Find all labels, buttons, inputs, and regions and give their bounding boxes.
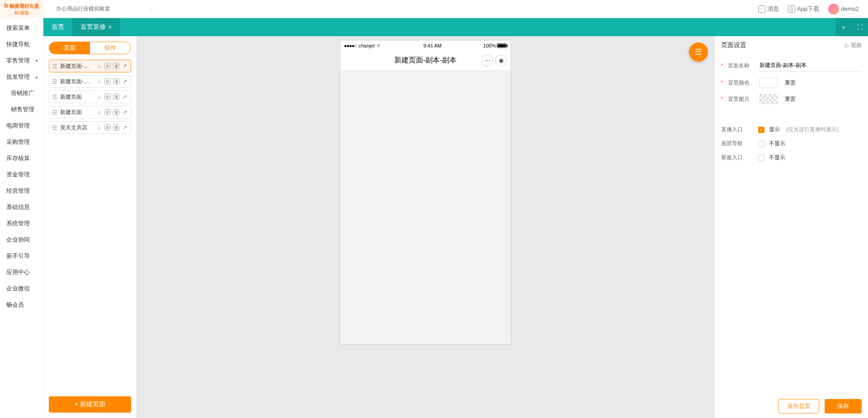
- delete-icon[interactable]: 🗑: [113, 63, 119, 69]
- sidebar-item-collab[interactable]: 企业协同: [0, 232, 43, 248]
- share-icon[interactable]: ↗: [122, 78, 128, 85]
- home-icon[interactable]: ⌂: [96, 94, 102, 100]
- account-selector[interactable]: 办公用品行业模拟账套 ⌵: [52, 3, 156, 15]
- page-row[interactable]: ☰ 新建页面 ⌂⊞🗑↗: [49, 90, 131, 103]
- capsule-more-icon[interactable]: ⋯: [481, 55, 493, 66]
- drag-icon[interactable]: ☰: [52, 94, 57, 100]
- label-bg-image: 背景图片: [728, 95, 755, 103]
- phone-titlebar: 新建页面-副本-副本 ⋯ ◉: [340, 51, 510, 71]
- page-name: 新建页面: [60, 109, 93, 116]
- drag-icon[interactable]: ☰: [52, 124, 57, 131]
- home-icon[interactable]: ⌂: [96, 109, 102, 115]
- app-download-link[interactable]: ▯ App下载: [788, 5, 819, 13]
- reset-bg-image[interactable]: 重置: [785, 95, 796, 103]
- sidebar-sub-sales[interactable]: 销售管理: [0, 101, 43, 118]
- seg-page[interactable]: 页面: [49, 42, 90, 54]
- sidebar-item-inventory[interactable]: 库存核算: [0, 150, 43, 166]
- share-icon[interactable]: ↗: [122, 109, 128, 115]
- page-row[interactable]: ☰ 新建页面-副本 ⌂⊞🗑↗: [49, 75, 131, 88]
- tab-homepage-decor[interactable]: 首页装修×: [72, 18, 120, 36]
- seg-component[interactable]: 组件: [90, 42, 131, 54]
- tab-home[interactable]: 首页: [43, 18, 72, 36]
- sidebar-item-system[interactable]: 系统管理: [0, 215, 43, 232]
- copy-icon[interactable]: ⊞: [104, 124, 111, 131]
- home-icon[interactable]: ⌂: [96, 124, 102, 131]
- settings-title: 页面设置: [721, 41, 746, 49]
- user-menu[interactable]: demo2: [828, 4, 859, 14]
- phone-icon: ▯: [788, 5, 795, 13]
- drag-icon[interactable]: ☰: [52, 78, 57, 85]
- sidebar-item-ecommerce[interactable]: 电商管理: [0, 118, 43, 134]
- checkbox-service[interactable]: [758, 155, 764, 161]
- topbar: b 畅捷通好生意 标准版 办公用品行业模拟账套 ⌵ ⋯ 消息 ▯ App下载 d…: [0, 0, 868, 18]
- phone-statusbar: ●●●●○chanjetᯤ 9:41 AM 100%: [340, 41, 510, 51]
- messages-label: 消息: [767, 5, 779, 13]
- sidebar-item-operation[interactable]: 经营管理: [0, 183, 43, 199]
- logo: b 畅捷通好生意 标准版: [0, 0, 43, 18]
- sidebar-item-quicknav[interactable]: 快捷导航: [0, 36, 43, 52]
- messages-link[interactable]: ⋯ 消息: [758, 5, 779, 13]
- delete-icon[interactable]: 🗑: [113, 78, 119, 85]
- tab-close-all[interactable]: ×: [835, 18, 852, 36]
- sidebar-item-member[interactable]: 畅会员: [0, 297, 43, 313]
- drag-icon[interactable]: ☰: [52, 109, 57, 116]
- copy-icon[interactable]: ⊞: [104, 63, 111, 69]
- tab-fullscreen[interactable]: ⛶: [852, 18, 868, 36]
- delete-icon[interactable]: 🗑: [113, 94, 119, 100]
- wifi-icon: ᯤ: [377, 43, 382, 49]
- save-button[interactable]: 保存: [825, 399, 862, 413]
- delete-icon[interactable]: 🗑: [113, 109, 119, 115]
- sidebar-item-retail[interactable]: 零售管理▼: [0, 52, 43, 69]
- settings-panel: 页面设置 ▷视频 * 页面名称 * 背景颜色 重置: [714, 36, 868, 418]
- sidebar-item-finance[interactable]: 资金管理: [0, 166, 43, 183]
- label-bottom-nav: 底部导航: [721, 140, 754, 147]
- phone-body[interactable]: [340, 71, 510, 344]
- sidebar: 搜索菜单 快捷导航 零售管理▼ 批发管理▲ 营销推广 销售管理 电商管理 采购管…: [0, 18, 43, 418]
- video-link[interactable]: ▷视频: [845, 42, 862, 49]
- sidebar-item-search[interactable]: 搜索菜单: [0, 20, 43, 36]
- home-icon[interactable]: ⌂: [96, 63, 102, 69]
- page-row[interactable]: ☰ 新建页面 ⌂⊞🗑↗: [49, 106, 131, 119]
- image-swatch[interactable]: [760, 94, 778, 104]
- sidebar-item-purchase[interactable]: 采购管理: [0, 134, 43, 150]
- reset-bg-color[interactable]: 重置: [785, 79, 796, 87]
- new-page-button[interactable]: + 新建页面: [49, 396, 131, 413]
- input-page-name[interactable]: [760, 60, 862, 71]
- phone-title: 新建页面-副本-副本: [394, 56, 457, 65]
- checkbox-bottom-nav[interactable]: [758, 141, 764, 147]
- close-icon[interactable]: ×: [108, 24, 112, 30]
- menu-fab[interactable]: ☰: [689, 43, 708, 62]
- copy-icon[interactable]: ⊞: [104, 109, 111, 115]
- field-bottom-nav: 底部导航 不显示: [721, 140, 862, 147]
- app-download-label: App下载: [797, 5, 819, 13]
- home-icon[interactable]: ⌂: [96, 78, 102, 85]
- color-swatch[interactable]: [760, 78, 778, 88]
- set-home-button[interactable]: 设为首页: [778, 399, 819, 413]
- field-live-entry: 直播入口 ✓ 显示 (仅当进行直播时展示): [721, 126, 862, 133]
- bottom-nav-text: 不显示: [769, 140, 785, 147]
- field-bg-color: * 背景颜色 重置: [721, 78, 862, 88]
- battery-pct: 100%: [483, 43, 496, 48]
- sidebar-sub-marketing[interactable]: 营销推广: [0, 85, 43, 101]
- delete-icon[interactable]: 🗑: [113, 124, 119, 131]
- sidebar-item-appcenter[interactable]: 应用中心: [0, 264, 43, 280]
- copy-icon[interactable]: ⊞: [104, 78, 111, 85]
- share-icon[interactable]: ↗: [122, 63, 128, 69]
- page-row[interactable]: ☰ 昊天文具店 ⌂⊞🗑↗: [49, 121, 131, 134]
- account-name: 办公用品行业模拟账套: [56, 5, 110, 13]
- label-live: 直播入口: [721, 126, 754, 133]
- topbar-right: ⋯ 消息 ▯ App下载 demo2: [758, 4, 868, 14]
- sidebar-item-wechat[interactable]: 企业微信: [0, 280, 43, 297]
- copy-icon[interactable]: ⊞: [104, 94, 111, 100]
- share-icon[interactable]: ↗: [122, 94, 128, 100]
- sidebar-item-guide[interactable]: 新手引导: [0, 248, 43, 264]
- live-hint: (仅当进行直播时展示): [786, 126, 839, 133]
- capsule-target-icon[interactable]: ◉: [495, 55, 507, 66]
- share-icon[interactable]: ↗: [122, 124, 128, 131]
- drag-icon[interactable]: ☰: [52, 63, 57, 70]
- checkbox-live[interactable]: ✓: [758, 127, 764, 133]
- chevron-down-icon: ⌵: [150, 6, 153, 12]
- sidebar-item-wholesale[interactable]: 批发管理▲: [0, 69, 43, 85]
- sidebar-item-basic[interactable]: 基础信息: [0, 199, 43, 215]
- page-row[interactable]: ☰ 新建页面-副本... ⌂ ⊞ 🗑 ↗: [49, 60, 131, 72]
